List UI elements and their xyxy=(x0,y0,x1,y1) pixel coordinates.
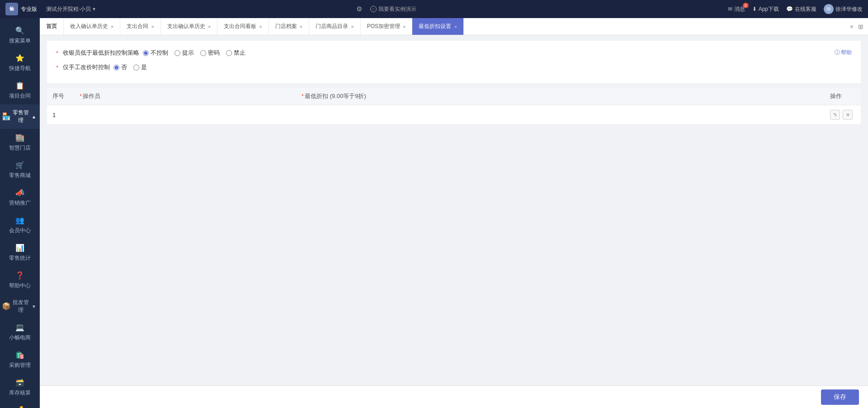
close-tab-pos-password[interactable]: × xyxy=(403,24,406,29)
save-button[interactable]: 保存 xyxy=(821,389,859,405)
table-row: 1 ✎ ✕ xyxy=(47,105,861,125)
tab-store-product-catalog[interactable]: 门店商品目录 × xyxy=(309,18,360,35)
close-tab-store-product-catalog[interactable]: × xyxy=(351,24,354,29)
policy-radio-remind-input[interactable] xyxy=(175,50,180,56)
sidebar-item-retail-shop[interactable]: 🛒 零售商城 xyxy=(0,156,40,184)
manual-price-radio-no[interactable]: 否 xyxy=(113,63,127,71)
sidebar-label-retail-mgmt: 零售管理 xyxy=(12,109,29,124)
project-selector[interactable]: 测试分开院程·小贝 ▾ xyxy=(46,5,349,13)
policy-form-row: * 收银员低于最低折扣控制策略 不控制 提示 xyxy=(56,49,835,57)
close-all-tabs-btn[interactable]: × xyxy=(849,22,854,31)
manual-price-radio-yes[interactable]: 是 xyxy=(133,63,147,71)
sidebar-item-retail-stats[interactable]: 📊 零售统计 xyxy=(0,239,40,267)
manual-price-no-label: 否 xyxy=(121,63,127,71)
sidebar-item-inventory[interactable]: 🗃️ 库存核算 xyxy=(0,374,40,401)
sidebar-label-purchase-mgmt: 采购管理 xyxy=(9,361,31,369)
purchase-icon: 🛍️ xyxy=(15,351,24,359)
retail-icon: 🏪 xyxy=(2,112,11,121)
sidebar-item-project-contract[interactable]: 📋 项目合同 xyxy=(0,77,40,104)
tab-income-history-label: 收入确认单历史 xyxy=(70,23,108,30)
sidebar-item-ecommerce[interactable]: 💻 小畅电商 xyxy=(0,319,40,346)
help-label: 帮助 xyxy=(841,49,852,56)
policy-label: 收银员低于最低折扣控制策略 xyxy=(63,49,139,57)
app-download-btn[interactable]: ⬇ App下载 xyxy=(752,5,779,13)
sidebar-item-batch-mgmt[interactable]: 📦 批发管理 ▼ xyxy=(0,294,40,319)
demo-link[interactable]: ○ 我要看实例演示 xyxy=(370,5,416,13)
tab-home[interactable]: 首页 xyxy=(40,18,64,35)
expand-tabs-btn[interactable]: ⊞ xyxy=(857,22,864,31)
row-discount xyxy=(296,105,825,125)
tab-payment-confirm-history[interactable]: 支出确认单历史 × xyxy=(161,18,217,35)
settings-icon[interactable]: ⚙ xyxy=(353,5,366,13)
row-edit-btn[interactable]: ✎ xyxy=(830,110,840,120)
policy-required-star: * xyxy=(56,50,58,56)
avatar: 徐 xyxy=(824,4,834,14)
policy-radio-no-control-input[interactable] xyxy=(143,50,149,56)
tab-store-archive[interactable]: 门店档案 × xyxy=(269,18,309,35)
sidebar-item-help-center[interactable]: ❓ 帮助中心 xyxy=(0,267,40,294)
operator-required-star: * xyxy=(80,93,82,99)
close-tab-store-archive[interactable]: × xyxy=(300,24,302,29)
sidebar-item-purchase-mgmt[interactable]: 🛍️ 采购管理 xyxy=(0,346,40,374)
page-content: * 收银员低于最低折扣控制策略 不控制 提示 xyxy=(40,35,868,385)
sidebar-label-quick-nav: 快捷导航 xyxy=(9,65,31,72)
star-icon: ⭐ xyxy=(15,54,24,62)
policy-forbid-label: 禁止 xyxy=(234,49,245,57)
tab-payment-confirm-history-label: 支出确认单历史 xyxy=(167,23,205,30)
messages-btn[interactable]: ✉ 消息 8 xyxy=(728,5,745,13)
policy-radio-remind[interactable]: 提示 xyxy=(175,49,194,57)
row-delete-btn[interactable]: ✕ xyxy=(843,110,853,120)
tab-min-discount-setting[interactable]: 最低折扣设置 × xyxy=(412,18,463,35)
manual-price-radio-yes-input[interactable] xyxy=(133,65,139,70)
policy-radio-password-input[interactable] xyxy=(200,50,206,56)
tab-pos-password-label: POS加密管理 xyxy=(367,23,400,30)
table-scroll[interactable]: 序号 *操作员 *最低折扣 (9.00等于9折) 操作 xyxy=(47,88,861,125)
sidebar-item-smart-store[interactable]: 🏬 智慧门店 xyxy=(0,129,40,156)
policy-remind-label: 提示 xyxy=(182,49,194,57)
sidebar-label-search: 搜索菜单 xyxy=(9,37,31,45)
marketing-icon: 📣 xyxy=(15,188,24,197)
sidebar-item-retail-mgmt[interactable]: 🏪 零售管理 ▲ xyxy=(0,104,40,129)
tab-store-archive-label: 门店档案 xyxy=(275,23,297,30)
tab-bar: 首页 收入确认单历史 × 支出合同 × 支出确认单历史 × 支出合同看板 × 门… xyxy=(40,18,868,35)
tab-payment-contract[interactable]: 支出合同 × xyxy=(120,18,160,35)
policy-radio-password[interactable]: 密码 xyxy=(200,49,220,57)
close-tab-payment-confirm-history[interactable]: × xyxy=(208,24,211,29)
sidebar-label-marketing: 营销推广 xyxy=(9,199,31,207)
close-tab-min-discount[interactable]: × xyxy=(454,24,457,29)
sidebar-item-member-center[interactable]: 👥 会员中心 xyxy=(0,211,40,239)
sidebar-item-quick-nav[interactable]: ⭐ 快捷导航 xyxy=(0,49,40,77)
help-circle-icon: ⓘ xyxy=(835,49,840,56)
bottom-bar: 保存 xyxy=(40,385,868,408)
sidebar-label-project-contract: 项目合同 xyxy=(9,92,31,100)
shop-icon: 🛒 xyxy=(15,161,24,169)
policy-radio-forbid-input[interactable] xyxy=(226,50,232,56)
tab-pos-password[interactable]: POS加密管理 × xyxy=(361,18,413,35)
tab-payment-board[interactable]: 支出合同看板 × xyxy=(217,18,269,35)
table-card: 序号 *操作员 *最低折扣 (9.00等于9折) 操作 xyxy=(47,88,861,125)
help-icon: ❓ xyxy=(15,271,24,280)
tab-income-history[interactable]: 收入确认单历史 × xyxy=(64,18,120,35)
help-link[interactable]: ⓘ 帮助 xyxy=(835,49,852,56)
close-tab-income-history[interactable]: × xyxy=(111,24,113,29)
service-icon: 💬 xyxy=(786,6,793,12)
top-bar: 畅 专业版 测试分开院程·小贝 ▾ ⚙ ○ 我要看实例演示 ✉ 消息 8 ⬇ A… xyxy=(0,0,868,18)
close-tab-payment-board[interactable]: × xyxy=(259,24,262,29)
sidebar-item-finance[interactable]: 💰 资金管理 xyxy=(0,401,40,408)
sidebar-item-marketing[interactable]: 📣 营销推广 xyxy=(0,184,40,211)
tab-payment-contract-label: 支出合同 xyxy=(127,23,148,30)
user-profile-btn[interactable]: 徐 徐泽华修改 xyxy=(824,4,863,14)
manual-price-label: 仅手工改价时控制 xyxy=(63,63,110,71)
sidebar-label-member-center: 会员中心 xyxy=(9,227,31,234)
close-tab-payment-contract[interactable]: × xyxy=(151,24,154,29)
discount-table: 序号 *操作员 *最低折扣 (9.00等于9折) 操作 xyxy=(47,88,861,125)
messages-badge: 8 xyxy=(743,3,749,8)
sidebar: 🔍 搜索菜单 ⭐ 快捷导航 📋 项目合同 🏪 零售管理 ▲ 🏬 智慧门店 🛒 零… xyxy=(0,18,40,408)
policy-radio-forbid[interactable]: 禁止 xyxy=(226,49,245,57)
manual-price-radio-no-input[interactable] xyxy=(113,65,119,70)
policy-radio-no-control[interactable]: 不控制 xyxy=(143,49,168,57)
app-download-label: App下载 xyxy=(759,5,779,13)
sidebar-item-search[interactable]: 🔍 搜索菜单 xyxy=(0,22,40,49)
manual-price-yes-label: 是 xyxy=(141,63,147,71)
online-service-btn[interactable]: 💬 在线客服 xyxy=(786,5,816,13)
